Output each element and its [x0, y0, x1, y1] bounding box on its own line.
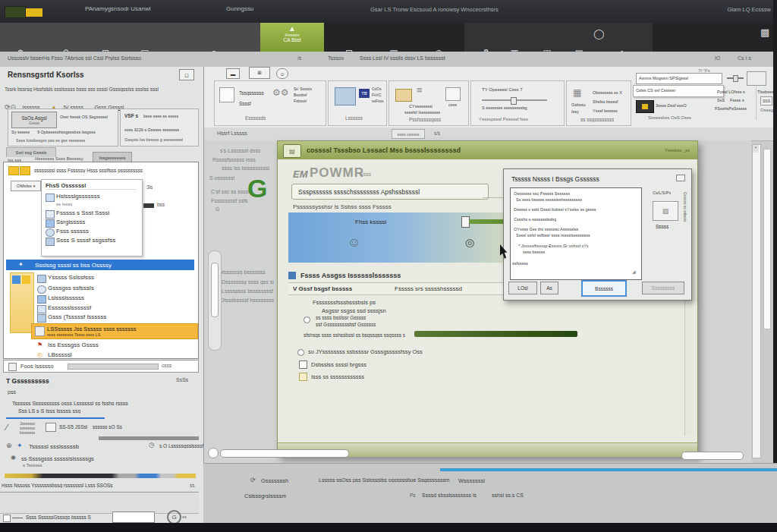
as-button[interactable]: As: [540, 282, 558, 294]
group3-item-c[interactable]: csss: [448, 102, 457, 107]
panel-pin-icon[interactable]: ◻: [179, 69, 194, 80]
minimize-icon[interactable]: [676, 175, 685, 181]
right-link-4[interactable]: FSsshsPsSsssss: [715, 106, 747, 111]
group3-item-b[interactable]: ssssfsf Issssssssss: [404, 110, 440, 115]
group1-sub3[interactable]: Fsbsssf: [294, 99, 307, 103]
hscroll-knob[interactable]: [208, 448, 219, 458]
ribbon-tab-active-green[interactable]: ▲ Asssss CA Bsst: [260, 23, 324, 52]
right-link-2[interactable]: SsS: [717, 98, 725, 102]
props-link1[interactable]: Tsssssl ssslsssssb: [29, 443, 79, 450]
checkbox1-label: Dsbsslss ssssl brgsss: [311, 361, 366, 368]
right-scrollbar-2[interactable]: [763, 149, 771, 329]
group3-item-a[interactable]: CYssssssssl: [409, 104, 433, 109]
resize-corner-icon: ◢: [632, 269, 636, 274]
page-icon[interactable]: [219, 87, 234, 102]
default-action-button[interactable]: Bssssss: [581, 280, 627, 297]
far-right-icon[interactable]: ▩: [760, 27, 769, 37]
tree-row[interactable]: Fsss ssssss: [56, 228, 89, 235]
tree-row[interactable]: Fsssss s Ssst Ssssl: [56, 209, 109, 216]
globe-icon[interactable]: ⊕: [6, 442, 12, 449]
group5-d[interactable]: Shsfss bssssf: [593, 99, 618, 104]
panel-tab-2[interactable]: Hsssssss Ssss Bsssssy: [35, 156, 83, 161]
right-link-1[interactable]: Possf LOfsss s: [717, 90, 745, 94]
group5-c[interactable]: Obsssssss ss X: [593, 90, 622, 95]
subdialog-icon-button[interactable]: ▨: [653, 201, 678, 221]
search-dropdown[interactable]: Cslss CS ssf Csssssr: [633, 85, 724, 97]
tree-after-row[interactable]: Iss Esssgss Gssss: [48, 342, 99, 348]
group1-row2a[interactable]: Sy ssssss: [11, 130, 30, 134]
dialog-tab-button[interactable]: Ssspssssss sssschssssssss Apshssbssssl: [291, 184, 489, 200]
group2-sub2[interactable]: FsVC: [372, 93, 382, 97]
group2-sub1[interactable]: CsOs: [372, 87, 382, 91]
canvas-vertical-scrollbar[interactable]: [208, 250, 222, 351]
tree-child-row[interactable]: Ysssss Sslssfsss: [48, 274, 94, 281]
titlebar-tab-2[interactable]: Gunngssu: [226, 5, 253, 12]
slider-handle[interactable]: [511, 97, 517, 105]
gear-badge-icon[interactable]: SSS: [760, 96, 772, 105]
canvas-vscroll-handle[interactable]: [211, 263, 219, 317]
laptop-icon[interactable]: [747, 71, 766, 86]
group1-button[interactable]: SsOs Asgsl Gssss: [11, 112, 57, 128]
tree-row[interactable]: Ssss S ssssf ssgssfss: [56, 237, 115, 244]
cancel-button[interactable]: Sssssssss: [642, 282, 684, 294]
mini-icon-1[interactable]: ▬: [226, 68, 240, 79]
spark-icon[interactable]: ✦: [17, 442, 23, 449]
group4-row2[interactable]: S ssssssss sssssssssbg: [482, 105, 527, 110]
props-link2[interactable]: ss Ssssgsss ssssslslsssssgs: [21, 455, 94, 462]
props-title-right[interactable]: SsSs: [176, 377, 188, 382]
tree-child-row[interactable]: Lslssslssssss: [48, 294, 84, 301]
tree-row[interactable]: Hslssslgsssssss: [56, 193, 100, 200]
tree-child-row[interactable]: Esssssslssssssf: [48, 304, 91, 311]
group1-row2b[interactable]: 9 Opbssssshssgsssbss lssgsss: [37, 130, 96, 134]
dialog-titlebar[interactable]: ▤ cossssl Tsssbso Lsssacl Mss bsssslssss…: [278, 141, 697, 159]
edit-button[interactable]: LOsl: [508, 282, 537, 294]
right-link-3[interactable]: Fssss s: [730, 98, 744, 102]
titlebar-tab-1[interactable]: PAnamygsnsodr Usanwl: [85, 5, 151, 12]
checkbox2[interactable]: [299, 373, 307, 381]
group4-row1[interactable]: TY Opsssssl Csss 7: [482, 87, 523, 92]
group5-b[interactable]: Issy: [571, 109, 579, 114]
group1-item-b[interactable]: Ssssf: [239, 101, 251, 106]
lines-icon[interactable]: ≡: [417, 84, 423, 96]
layers-icon[interactable]: [335, 87, 356, 105]
tree-filter-dropdown[interactable]: OMslss ▾: [11, 181, 41, 191]
dark-tool-button[interactable]: [636, 100, 654, 113]
footer-checkbox[interactable]: [3, 515, 11, 522]
radio2-circle[interactable]: [297, 349, 304, 356]
mini-icon-2[interactable]: ⊞: [249, 67, 270, 79]
tree-row[interactable]: ss Issss: [56, 202, 72, 206]
group5-a[interactable]: Gsbssu: [571, 102, 586, 107]
tree-child-row[interactable]: Gsss (Tsssssf lssssss: [48, 313, 106, 320]
tree-after-row[interactable]: LBsssssl: [48, 351, 72, 358]
tree-selected-row-orange[interactable]: LSSsssss Jss Ssssss ssss sssssss ssss ss…: [31, 323, 198, 339]
search-dropdown-item[interactable]: Cslss CS ssf Csssssr: [634, 86, 723, 93]
tree-child-row[interactable]: Gsssgss ssfsssls: [48, 285, 94, 291]
tree-selected-row-blue[interactable]: ✦ Ssslssg ssssl ss bss Ossssy: [6, 260, 194, 270]
gears-icon[interactable]: ⚙⚙: [272, 87, 289, 98]
breadcrumb-box[interactable]: ssss csssss: [392, 129, 425, 139]
right-scrollbar-1[interactable]: ▲: [752, 144, 761, 458]
subdialog-list[interactable]: Osssssss ssc Psssss Sssssss Ss ssss bsss…: [510, 187, 642, 280]
stack-icon[interactable]: ▦: [573, 87, 581, 98]
radio1-circle[interactable]: [304, 316, 310, 323]
tree-row[interactable]: Ssrglsssss: [56, 219, 85, 225]
tb-badge-icon[interactable]: TB: [359, 89, 370, 98]
search-combobox[interactable]: Asvms Mogssm SPSlgsssl: [636, 73, 722, 84]
group1-item-a[interactable]: Tssgssssss: [239, 90, 264, 96]
group1-sub2[interactable]: Bsssbsf: [294, 93, 307, 97]
checkbox1[interactable]: [299, 360, 307, 369]
group1-sub1[interactable]: Ss' Ssssss: [294, 87, 312, 91]
folder-icon[interactable]: [395, 89, 412, 102]
group5-e[interactable]: Ysssf lssssss: [593, 109, 618, 113]
mini-icon-3[interactable]: ☺: [276, 68, 288, 79]
hscroll-handle-right[interactable]: [681, 452, 744, 460]
status-mid2: Ps: [410, 493, 416, 498]
hscroll-handle-left[interactable]: [220, 449, 349, 458]
group2-sub3[interactable]: ssFsss: [372, 99, 384, 103]
table-icon[interactable]: [445, 87, 461, 101]
footer-input[interactable]: [112, 512, 155, 523]
radio-dot-icon[interactable]: ◉: [11, 454, 16, 461]
breadcrumb-left[interactable]: Hssrf Lsssss: [217, 131, 247, 136]
scroll-up-icon[interactable]: ▲: [753, 145, 759, 153]
circle-icon[interactable]: ◯: [593, 29, 605, 39]
